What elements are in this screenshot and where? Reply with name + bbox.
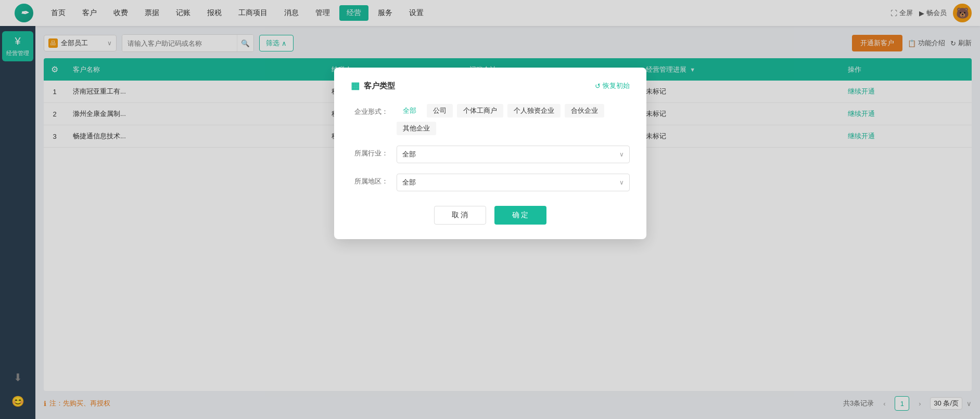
enterprise-form-label: 企业形式：	[351, 104, 388, 116]
modal-title-icon: ▦	[351, 80, 360, 91]
industry-value: 全部 ∨	[397, 146, 630, 163]
region-label: 所属地区：	[351, 174, 388, 186]
confirm-button[interactable]: 确 定	[494, 206, 546, 225]
modal-reset-btn[interactable]: ↺ 恢复初始	[595, 81, 630, 90]
industry-select[interactable]: 全部 ∨	[397, 146, 630, 163]
industry-select-text: 全部	[402, 150, 416, 159]
reset-label: 恢复初始	[603, 81, 630, 90]
enterprise-tag-其他企业[interactable]: 其他企业	[397, 122, 436, 135]
modal-title-text: 客户类型	[364, 81, 395, 91]
filter-modal: ▦ 客户类型 ↺ 恢复初始 企业形式： 全部公司个体工商户个人独资企业合伙企业其…	[334, 68, 646, 239]
industry-select-arrow-icon: ∨	[619, 151, 624, 158]
region-value: 全部 ∨	[397, 174, 630, 191]
region-row: 所属地区： 全部 ∨	[351, 174, 630, 191]
modal-title: ▦ 客户类型	[351, 80, 395, 91]
region-select-arrow-icon: ∨	[619, 179, 624, 186]
cancel-button[interactable]: 取 消	[434, 206, 486, 225]
modal-header: ▦ 客户类型 ↺ 恢复初始	[351, 80, 630, 91]
enterprise-tag-全部[interactable]: 全部	[397, 104, 423, 117]
enterprise-form-value: 全部公司个体工商户个人独资企业合伙企业其他企业	[397, 104, 630, 135]
industry-label: 所属行业：	[351, 146, 388, 158]
enterprise-tag-公司[interactable]: 公司	[427, 104, 453, 117]
industry-row: 所属行业： 全部 ∨	[351, 146, 630, 163]
region-select-text: 全部	[402, 178, 416, 187]
enterprise-tag-合伙企业[interactable]: 合伙企业	[565, 104, 604, 117]
enterprise-tag-个体工商户[interactable]: 个体工商户	[457, 104, 503, 117]
region-select[interactable]: 全部 ∨	[397, 174, 630, 191]
enterprise-tag-group: 全部公司个体工商户个人独资企业合伙企业其他企业	[397, 104, 630, 135]
modal-footer: 取 消 确 定	[351, 206, 630, 225]
reset-icon: ↺	[595, 82, 601, 90]
modal-overlay: ▦ 客户类型 ↺ 恢复初始 企业形式： 全部公司个体工商户个人独资企业合伙企业其…	[0, 0, 980, 419]
enterprise-form-row: 企业形式： 全部公司个体工商户个人独资企业合伙企业其他企业	[351, 104, 630, 135]
enterprise-tag-个人独资企业[interactable]: 个人独资企业	[507, 104, 561, 117]
